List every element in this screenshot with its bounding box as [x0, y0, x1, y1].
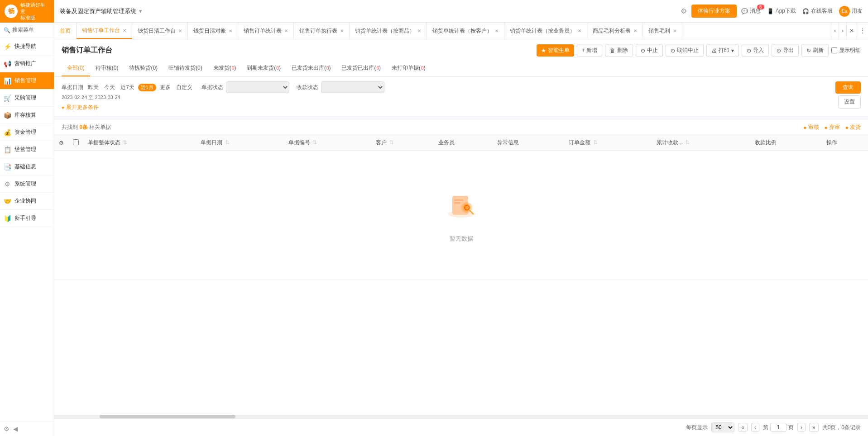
cancel-stop-button[interactable]: ⊙ 取消中止 — [666, 44, 704, 57]
sidebar-item-inventory[interactable]: 📦 库存核算 — [0, 107, 54, 124]
user-menu[interactable]: Ea 用友 — [839, 6, 863, 17]
smart-create-button[interactable]: ★ 智能生单 — [537, 44, 574, 57]
tab-close-sales-summary-product[interactable]: ✕ — [417, 28, 421, 33]
tab-sales-profit[interactable]: 销售毛利 ✕ — [643, 23, 682, 39]
tab-sales-workbench[interactable]: 销售订单工作台 ✕ — [77, 23, 132, 39]
date-btn-more[interactable]: 更多 — [158, 83, 173, 92]
tab-home[interactable]: 首页 — [54, 23, 77, 39]
date-btn-yesterday[interactable]: 昨天 — [86, 83, 101, 92]
app-download-item[interactable]: 📱 App下载 — [767, 7, 796, 15]
tab-close-product-margin[interactable]: ✕ — [633, 28, 637, 33]
subtab-all[interactable]: 全部(0) — [62, 61, 90, 76]
tab-close-cash-reconcile[interactable]: ✕ — [229, 28, 232, 33]
tab-menu-button[interactable]: ⋮ — [857, 23, 868, 39]
tab-prev-button[interactable]: ‹ — [831, 23, 839, 39]
prev-page-button[interactable]: ‹ — [751, 423, 759, 432]
sort-customer-icon[interactable]: ⇅ — [389, 139, 394, 146]
subtab-shipped-not-out[interactable]: 已发货未出库(0) — [286, 61, 336, 76]
message-icon-item[interactable]: 💬 消息 6 — [741, 7, 761, 15]
subtab-not-shipped[interactable]: 未发货(0) — [208, 61, 242, 76]
tab-next-button[interactable]: › — [839, 23, 846, 39]
subtab-pending-check[interactable]: 待拣验货(0) — [124, 61, 163, 76]
tab-close-sales-summary-staff[interactable]: ✕ — [578, 28, 581, 33]
expand-filters-button[interactable]: ▾ 展开更多条件 — [62, 104, 830, 111]
settings-icon[interactable]: ⚙ — [681, 7, 687, 15]
sidebar-item-enterprise[interactable]: 🤝 企业协同 — [0, 193, 54, 210]
tab-cash-reconcile[interactable]: 钱货日清对账 ✕ — [188, 23, 238, 39]
headset-icon: 🎧 — [802, 8, 809, 14]
cancel-review-op-button[interactable]: ● 弃审 — [825, 123, 840, 131]
tab-close-sales-workbench[interactable]: ✕ — [123, 28, 126, 33]
add-button[interactable]: + 新增 — [577, 44, 602, 57]
tab-sales-summary-product[interactable]: 销货单统计表（按商品） ✕ — [350, 23, 427, 39]
tab-close-all-button[interactable]: ✕ — [846, 23, 857, 39]
solution-button[interactable]: 体验行业方案 — [691, 5, 737, 18]
per-page-select[interactable]: 20 50 100 — [711, 422, 734, 432]
query-button[interactable]: 查询 — [835, 81, 861, 94]
sort-date-icon[interactable]: ⇅ — [225, 139, 230, 146]
sidebar-item-marketing[interactable]: 📢 营销推广 — [0, 55, 54, 72]
sidebar-item-guide[interactable]: 🔰 新手引导 — [0, 210, 54, 227]
sidebar-item-purchase[interactable]: 🛒 采购管理 — [0, 90, 54, 107]
stop-button[interactable]: ⊙ 中止 — [636, 44, 663, 57]
sidebar-item-finance[interactable]: 💰 资金管理 — [0, 124, 54, 141]
export-button[interactable]: ⊙ 导出 — [772, 44, 799, 57]
box-icon: 📦 — [4, 112, 11, 119]
first-page-button[interactable]: « — [738, 423, 748, 432]
tab-close-cash-daily[interactable]: ✕ — [178, 28, 182, 33]
sidebar-item-operation[interactable]: 📋 经营管理 — [0, 141, 54, 158]
subtab-not-printed[interactable]: 未打印单据(0) — [386, 61, 431, 76]
show-detail-checkbox-label[interactable]: 显示明细 — [831, 47, 861, 54]
scrollbar-thumb[interactable] — [100, 415, 235, 418]
tab-sales-exec[interactable]: 销售订单执行表 ✕ — [294, 23, 350, 39]
subtab-overdue-not-shipped[interactable]: 到期未发货(0) — [241, 61, 286, 76]
online-service-item[interactable]: 🎧 在线客服 — [802, 7, 833, 15]
sidebar-item-sales[interactable]: 📊 销售管理 — [0, 72, 54, 90]
subtab-shipped-out[interactable]: 已发货已出库(0) — [336, 61, 386, 76]
subtab-wangpu-pending[interactable]: 旺铺待发货(0) — [163, 61, 208, 76]
select-all-checkbox[interactable] — [73, 139, 79, 145]
show-detail-checkbox[interactable] — [831, 47, 837, 53]
import-button[interactable]: ⊙ 导入 — [742, 44, 769, 57]
page-input[interactable] — [770, 423, 786, 432]
review-op-button[interactable]: ● 审核 — [803, 123, 819, 131]
col-check[interactable] — [68, 135, 83, 151]
search-menu[interactable]: 🔍 搜索菜单 — [0, 23, 54, 38]
system-dropdown-icon[interactable]: ▾ — [139, 8, 142, 14]
col-gear[interactable]: ⚙ — [54, 135, 68, 151]
date-btn-1month[interactable]: 近1月 — [138, 84, 156, 91]
horizontal-scrollbar[interactable] — [54, 415, 868, 418]
sort-collected-icon[interactable]: ⇅ — [685, 139, 690, 146]
empty-illustration — [443, 187, 480, 229]
tab-sales-summary-customer[interactable]: 销货单统计表（按客户） ✕ — [427, 23, 504, 39]
sort-number-icon[interactable]: ⇅ — [312, 139, 317, 146]
sidebar-item-quick-nav[interactable]: ⚡ 快捷导航 — [0, 38, 54, 55]
sort-amount-icon[interactable]: ⇅ — [593, 139, 598, 146]
print-button[interactable]: 🖨 打印 ▾ — [706, 44, 739, 57]
tab-product-margin[interactable]: 商品毛利分析表 ✕ — [587, 23, 643, 39]
sidebar-item-basic[interactable]: 📑 基础信息 — [0, 158, 54, 175]
tab-sales-stats[interactable]: 销售订单统计表 ✕ — [238, 23, 294, 39]
settings-bottom-icon[interactable]: ⚙ — [4, 425, 10, 432]
date-btn-today[interactable]: 今天 — [102, 83, 117, 92]
status-select[interactable] — [226, 81, 289, 93]
tab-close-sales-profit[interactable]: ✕ — [673, 28, 676, 33]
payment-select[interactable] — [321, 81, 384, 93]
tab-cash-daily[interactable]: 钱货日清工作台 ✕ — [132, 23, 188, 39]
tab-close-sales-summary-customer[interactable]: ✕ — [495, 28, 499, 33]
tab-close-sales-exec[interactable]: ✕ — [340, 28, 344, 33]
set-button[interactable]: 设置 — [838, 95, 861, 109]
sidebar-item-system[interactable]: ⚙ 系统管理 — [0, 175, 54, 193]
sort-status-icon[interactable]: ⇅ — [123, 139, 127, 146]
date-btn-7days[interactable]: 近7天 — [119, 83, 136, 92]
subtab-pending-review[interactable]: 待审核(0) — [90, 61, 124, 76]
ship-op-button[interactable]: ● 发货 — [845, 123, 861, 131]
tab-close-sales-stats[interactable]: ✕ — [284, 28, 288, 33]
refresh-button[interactable]: ↻ 刷新 — [801, 44, 829, 57]
collapse-icon[interactable]: ◀ — [13, 425, 18, 432]
delete-button[interactable]: 🗑 删除 — [605, 44, 633, 57]
tab-sales-summary-staff[interactable]: 销货单统计表（按业务员） ✕ — [504, 23, 587, 39]
date-btn-custom[interactable]: 自定义 — [174, 83, 194, 92]
last-page-button[interactable]: » — [809, 423, 819, 432]
next-page-button[interactable]: › — [797, 423, 806, 432]
